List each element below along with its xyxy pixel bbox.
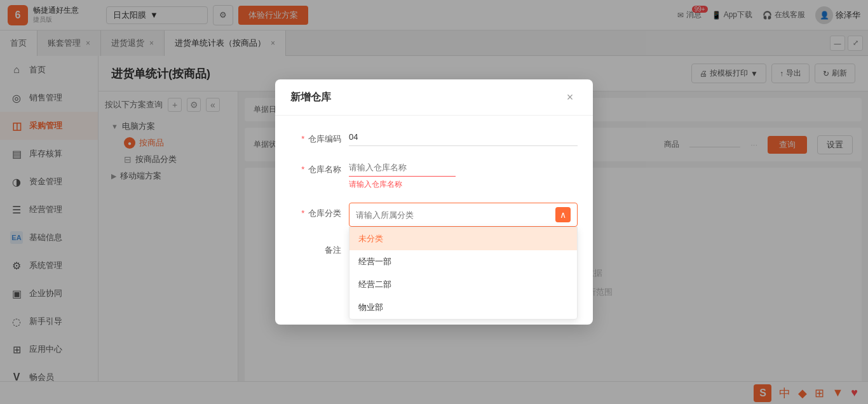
modal-body: * 仓库编码 * 仓库名称 请输入仓库名称 * 仓库分类	[275, 116, 593, 283]
modal-add-warehouse: 新增仓库 × * 仓库编码 * 仓库名称 请输入仓库名称	[275, 79, 593, 325]
required-star-code: *	[301, 134, 304, 144]
modal-title: 新增仓库	[290, 91, 331, 104]
code-input[interactable]	[349, 128, 578, 146]
dropdown-option-property[interactable]: 物业部	[349, 296, 577, 319]
dropdown-option-unclassified[interactable]: 未分类	[349, 227, 577, 250]
required-star-category: *	[301, 208, 304, 218]
category-dropdown-list: 未分类 经营一部 经营二部 物业部	[349, 227, 578, 320]
name-input-wrapper: 请输入仓库名称	[349, 159, 578, 190]
dropdown-option-dept2[interactable]: 经营二部	[349, 273, 577, 296]
form-row-code: * 仓库编码	[290, 128, 578, 146]
category-label: * 仓库分类	[290, 203, 341, 219]
category-dropdown[interactable]: ∧	[349, 203, 578, 227]
form-row-name: * 仓库名称 请输入仓库名称	[290, 159, 578, 190]
name-label: * 仓库名称	[290, 159, 341, 175]
category-input[interactable]	[356, 210, 555, 220]
dropdown-arrow-icon[interactable]: ∧	[555, 207, 571, 222]
required-star-name: *	[301, 165, 304, 174]
modal-close-button[interactable]: ×	[562, 90, 578, 105]
modal-header: 新增仓库 ×	[275, 79, 593, 116]
name-input[interactable]	[349, 159, 456, 177]
category-wrapper: ∧ 未分类 经营一部 经营二部 物业部	[349, 203, 578, 227]
note-label: 备注	[290, 239, 341, 256]
form-row-category: * 仓库分类 ∧ 未分类 经营一部 经营二部 物业部	[290, 203, 578, 227]
name-error-msg: 请输入仓库名称	[349, 179, 578, 190]
code-label: * 仓库编码	[290, 128, 341, 145]
dropdown-option-dept1[interactable]: 经营一部	[349, 250, 577, 273]
